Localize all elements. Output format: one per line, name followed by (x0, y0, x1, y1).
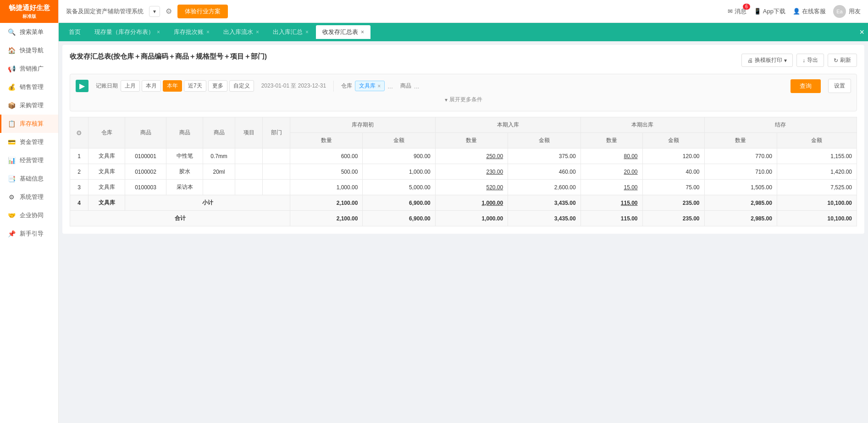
system-select-dropdown[interactable]: ▾ (149, 6, 160, 17)
total-bal-qty: 2,985.00 (704, 211, 777, 226)
tab-bar: 首页现存量（库存分布表）×库存批次账×出入库流水×出入库汇总×收发存汇总表×× (59, 23, 868, 41)
sidebar-item-ops[interactable]: 📊经营管理 (0, 151, 58, 170)
warehouse-label: 仓库 (341, 82, 352, 90)
tab-close-recv_send[interactable]: × (361, 29, 364, 35)
sidebar-item-purchase[interactable]: 📦采购管理 (0, 96, 58, 115)
sidebar-item-system[interactable]: ⚙系统管理 (0, 188, 58, 206)
refresh-label: 刷新 (840, 56, 851, 64)
template-print-label: 换模板打印 (755, 56, 782, 64)
main-area: 装备及固定资产辅助管理系统 ▾ ⚙ 体验行业方案 ✉ 消息 6 📱 App下载 … (59, 0, 868, 423)
tab-label-batch: 库存批次账 (174, 28, 204, 36)
table-row: 3 文具库 0100003 采访本 1,000.00 5,000.00 520.… (70, 180, 857, 195)
gear-button[interactable]: ⚙ (166, 7, 172, 16)
subtotal-open-amt: 6,900.00 (363, 195, 435, 211)
sidebar-item-collab[interactable]: 🤝企业协同 (0, 206, 58, 225)
filter-bar: ▶ 记账日期 上月本月本年近7天更多自定义 2023-01-01 至 2023-… (70, 74, 857, 111)
tab-close-summary[interactable]: × (305, 29, 309, 35)
phone-icon: 📱 (754, 8, 761, 15)
experience-button[interactable]: 体验行业方案 (177, 5, 228, 18)
subtotal-in-amt: 3,435.00 (508, 195, 581, 211)
app-download-button[interactable]: 📱 App下载 (754, 7, 785, 16)
subtotal-row: 4 文具库 小计 2,100.00 6,900.00 1,000.00 3,43… (70, 195, 857, 211)
warehouse-more-dots[interactable]: ... (387, 82, 393, 90)
filter-expand-button[interactable]: ▶ (76, 80, 88, 92)
goods-filter-group: 商品 ... (400, 82, 420, 90)
message-button[interactable]: ✉ 消息 6 (728, 7, 746, 16)
cell-project (235, 148, 263, 164)
sidebar-item-search[interactable]: 🔍搜索菜单 (0, 23, 58, 41)
cell-out-amt: 75.00 (642, 180, 704, 195)
cell-warehouse: 文具库 (88, 164, 125, 180)
th-balance: 结存 (704, 117, 857, 133)
cell-spec (203, 180, 235, 195)
expand-more-bar[interactable]: ▾ 展开更多条件 (76, 93, 851, 106)
cell-out-amt: 40.00 (642, 164, 704, 180)
th-spec: 商品 (203, 117, 235, 148)
avatar: Ea (833, 5, 846, 18)
tab-summary[interactable]: 出入库汇总× (266, 25, 315, 39)
th-goods-name: 商品 (166, 117, 203, 148)
sidebar-item-inventory[interactable]: 📋库存核算 (0, 115, 58, 133)
query-button[interactable]: 查询 (791, 79, 821, 93)
tab-stock_dist[interactable]: 现存量（库存分布表）× (88, 25, 166, 39)
warehouse-tag-remove[interactable]: × (377, 83, 381, 89)
export-button[interactable]: ↓ 导出 (796, 54, 824, 67)
date-btn-上月[interactable]: 上月 (121, 80, 140, 92)
sidebar-icon-guide: 📌 (7, 229, 16, 238)
sidebar-label-finance: 资金管理 (20, 138, 44, 146)
sidebar-item-quick[interactable]: 🏠快捷导航 (0, 41, 58, 60)
message-badge: 6 (743, 4, 750, 10)
cell-bal-qty: 770.00 (704, 148, 777, 164)
date-btn-本月[interactable]: 本月 (142, 80, 161, 92)
print-icon: 🖨 (747, 57, 753, 64)
sidebar-item-base[interactable]: 📑基础信息 (0, 170, 58, 188)
sidebar-item-finance[interactable]: 💳资金管理 (0, 133, 58, 151)
tab-close-stock_dist[interactable]: × (157, 29, 160, 35)
sidebar-item-sales[interactable]: 💰销售管理 (0, 78, 58, 96)
tab-close-flow[interactable]: × (256, 29, 259, 35)
total-in-qty: 1,000.00 (435, 211, 508, 226)
date-btn-自定义[interactable]: 自定义 (229, 80, 254, 92)
cell-goods: 胶水 (166, 164, 203, 180)
close-all-tabs-button[interactable]: × (859, 27, 864, 37)
sidebar-label-guide: 新手引导 (20, 230, 44, 238)
col-settings-icon[interactable]: ⚙ (76, 129, 82, 137)
sidebar-item-marketing[interactable]: 📢营销推广 (0, 60, 58, 78)
total-bal-amt: 10,100.00 (777, 211, 857, 226)
date-btn-本年[interactable]: 本年 (163, 80, 182, 92)
user-menu[interactable]: Ea 用友 (833, 5, 861, 18)
sidebar-icon-marketing: 📢 (7, 64, 16, 73)
cell-open-qty: 600.00 (290, 148, 363, 164)
data-table: ⚙ 仓库 商品 商品 商品 项目 部门 库存期初 本期入库 本期出库 结存 (70, 117, 857, 226)
cell-in-qty: 230.00 (435, 164, 508, 180)
subtotal-no: 4 (70, 195, 88, 211)
sidebar-label-collab: 企业协同 (20, 211, 44, 220)
refresh-button[interactable]: ↻ 刷新 (828, 54, 857, 67)
subtotal-out-amt: 235.00 (642, 195, 704, 211)
tab-batch[interactable]: 库存批次账× (167, 25, 216, 39)
sidebar-icon-finance: 💳 (7, 137, 16, 147)
message-icon: ✉ (728, 8, 733, 15)
tab-label-recv_send: 收发存汇总表 (322, 28, 358, 36)
template-print-button[interactable]: 🖨 换模板打印 ▾ (741, 54, 793, 67)
header-left: 装备及固定资产辅助管理系统 ▾ ⚙ 体验行业方案 (66, 5, 228, 18)
date-btn-更多[interactable]: 更多 (208, 80, 227, 92)
th-open-amt: 金额 (363, 133, 435, 148)
cell-project (235, 164, 263, 180)
settings-button[interactable]: 设置 (828, 79, 851, 93)
online-service-button[interactable]: 👤 在线客服 (793, 7, 826, 16)
sidebar-item-guide[interactable]: 📌新手引导 (0, 225, 58, 243)
total-open-amt: 6,900.00 (363, 211, 435, 226)
th-settings[interactable]: ⚙ (70, 117, 88, 148)
tab-recv_send[interactable]: 收发存汇总表× (316, 25, 370, 39)
tab-close-batch[interactable]: × (206, 29, 210, 35)
total-row: 合计 2,100.00 6,900.00 1,000.00 3,435.00 1… (70, 211, 857, 226)
date-btn-近7天[interactable]: 近7天 (184, 80, 206, 92)
tab-home[interactable]: 首页 (62, 25, 87, 39)
tab-label-stock_dist: 现存量（库存分布表） (94, 28, 154, 36)
cell-out-qty: 80.00 (581, 148, 642, 164)
tab-flow[interactable]: 出入库流水× (217, 25, 265, 39)
cell-bal-amt: 7,525.00 (777, 180, 857, 195)
subtotal-label: 小计 (125, 195, 290, 211)
goods-more-dots[interactable]: ... (414, 82, 420, 90)
